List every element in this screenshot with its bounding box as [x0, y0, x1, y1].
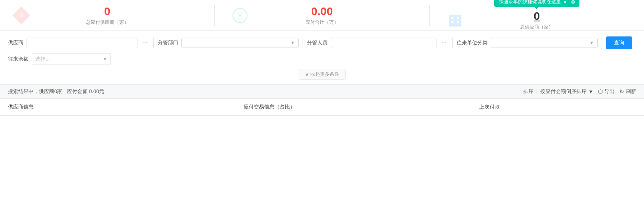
sort-arrow-icon: ▼ [588, 89, 593, 95]
svg-rect-7 [451, 21, 453, 23]
cat-icon: 米 [231, 6, 250, 25]
refresh-button[interactable]: ↻ 刷新 [619, 88, 636, 95]
stat-payable-value: 0 [104, 5, 111, 18]
table-header: 供应商信息 应付交易信息（占比） 上次付款 [0, 99, 644, 116]
refresh-icon: ↻ [619, 88, 624, 95]
person-label: 分管人员 [307, 39, 328, 46]
export-label: 导出 [604, 88, 615, 95]
stat-total-label: 应付合计（万） [305, 19, 339, 26]
building-icon [446, 11, 465, 30]
stat-suppliers-label: 总供应商（家） [520, 24, 553, 31]
sort-button[interactable]: 排序： 按应付会额倒序排序 ▼ [523, 88, 593, 95]
stat-payable-label: 总应付供应商（家） [86, 19, 129, 26]
table-col-supplier-info: 供应商信息 [8, 103, 244, 111]
table-col-transaction: 应付交易信息（占比） [244, 103, 479, 111]
search-button-wrapper: 查询 [602, 36, 636, 49]
table-section: 供应商信息 应付交易信息（占比） 上次付款 [0, 99, 644, 204]
amount-text: 应付金额 0.00元 [67, 88, 104, 95]
search-result-text: 搜索结果中，供应商0家 [8, 88, 62, 95]
table-empty-state [0, 116, 644, 204]
refresh-label: 刷新 [626, 88, 636, 95]
filter-department: 分管部门 ▼ [154, 38, 303, 48]
svg-text:供: 供 [19, 13, 24, 18]
svg-rect-6 [457, 17, 459, 19]
svg-rect-4 [449, 15, 461, 27]
balance-select[interactable]: 选择... ▼ [32, 53, 111, 65]
collapse-wrapper: ∧ 收起更多条件 [8, 69, 636, 80]
stat-total-payable-suppliers: 供 0 总应付供应商（家） [0, 5, 215, 26]
department-label: 分管部门 [158, 39, 178, 46]
balance-chevron: ▼ [103, 56, 107, 62]
filter-person: 分管人员 ··· [303, 38, 453, 48]
tooltip-dot [571, 0, 574, 4]
stats-section: 供 0 总应付供应商（家） 米 0.00 应付合计（万） 快速录单的快捷键说明在… [0, 0, 644, 31]
svg-rect-8 [457, 21, 459, 23]
results-left: 搜索结果中，供应商0家 应付金额 0.00元 [8, 88, 104, 95]
filter-balance: 往来余额 选择... ▼ [8, 53, 135, 65]
balance-placeholder: 选择... [35, 55, 50, 63]
person-dots-button[interactable]: ··· [440, 39, 448, 46]
supplier-dots-button[interactable]: ··· [141, 39, 149, 46]
filter-unit-category: 往来单位分类 ▼ [453, 38, 602, 48]
unit-category-label: 往来单位分类 [457, 39, 488, 46]
department-select[interactable]: ▼ [181, 38, 299, 48]
tooltip-bubble: 快速录单的快捷键说明在这里 × [494, 0, 579, 7]
table-col-last-payment: 上次付款 [479, 103, 636, 111]
tooltip-close-button[interactable]: × [563, 0, 566, 5]
collapse-label: 收起更多条件 [311, 71, 339, 78]
unit-category-chevron: ▼ [589, 40, 594, 46]
filter-section: 供应商 ··· 分管部门 ▼ 分管人员 ··· 往来单位分类 ▼ [0, 31, 644, 85]
svg-rect-5 [451, 17, 453, 19]
filter-row-1: 供应商 ··· 分管部门 ▼ 分管人员 ··· 往来单位分类 ▼ [8, 36, 636, 49]
collapse-icon: ∧ [305, 72, 309, 77]
results-bar: 搜索结果中，供应商0家 应付金额 0.00元 排序： 按应付会额倒序排序 ▼ ⬡… [0, 85, 644, 99]
stat-payable-total: 米 0.00 应付合计（万） [215, 5, 429, 26]
department-chevron: ▼ [290, 40, 295, 46]
unit-category-select[interactable]: ▼ [491, 38, 598, 48]
diamond-icon: 供 [12, 6, 31, 25]
export-button[interactable]: ⬡ 导出 [598, 88, 615, 95]
search-button[interactable]: 查询 [606, 36, 632, 49]
stat-suppliers-value: 0 [534, 10, 540, 23]
sort-value: 按应付会额倒序排序 [540, 88, 587, 95]
collapse-button[interactable]: ∧ 收起更多条件 [299, 69, 346, 80]
svg-text:米: 米 [237, 12, 243, 19]
stat-total-value: 0.00 [311, 5, 333, 18]
filter-supplier: 供应商 ··· [8, 38, 154, 48]
results-right: 排序： 按应付会额倒序排序 ▼ ⬡ 导出 ↻ 刷新 [523, 88, 636, 95]
person-input[interactable] [331, 38, 436, 48]
balance-label: 往来余额 [8, 55, 29, 63]
supplier-input[interactable] [27, 38, 137, 48]
supplier-label: 供应商 [8, 39, 23, 46]
sort-label: 排序： [523, 88, 539, 95]
filter-row-2: 往来余额 选择... ▼ [8, 53, 636, 65]
stat-total-suppliers: 快速录单的快捷键说明在这里 × 0 总供应商（家） [430, 0, 644, 31]
export-icon: ⬡ [598, 88, 603, 95]
tooltip-text: 快速录单的快捷键说明在这里 [499, 0, 561, 5]
